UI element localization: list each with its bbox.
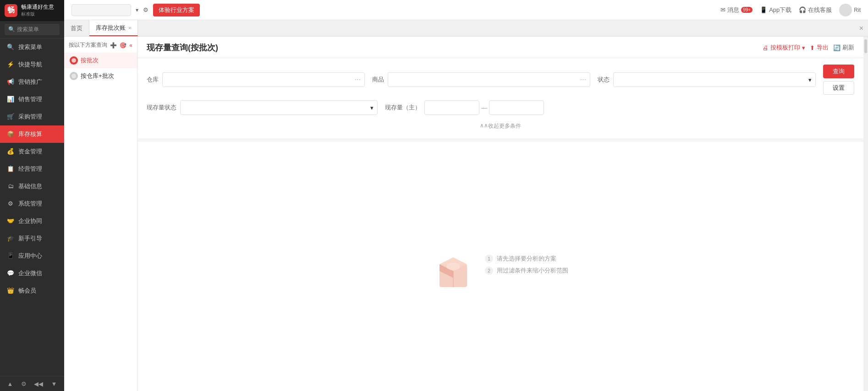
search-nav-icon: 🔍 bbox=[6, 43, 15, 51]
trial-btn[interactable]: 体验行业方案 bbox=[153, 4, 200, 16]
scroll-up-btn[interactable]: ▲ bbox=[6, 380, 14, 387]
sidebar-item-operations[interactable]: 📋 经营管理 bbox=[0, 160, 64, 178]
sidebar-item-label: 企业微信 bbox=[18, 269, 42, 277]
user-area[interactable]: Rit bbox=[839, 4, 861, 16]
sidebar-item-enterprise[interactable]: 🤝 企业协同 bbox=[0, 212, 64, 230]
sidebar-item-shortcut[interactable]: ⚡ 快捷导航 bbox=[0, 56, 64, 73]
online-service-label: 在线客服 bbox=[808, 6, 832, 14]
sidebar-item-apps[interactable]: 📱 应用中心 bbox=[0, 247, 64, 265]
user-avatar bbox=[839, 4, 852, 16]
sidebar-item-label: 营销推广 bbox=[18, 78, 42, 86]
stock-qty-dash: — bbox=[479, 104, 489, 111]
warehouse-dots-btn[interactable]: ··· bbox=[355, 76, 361, 84]
messages-btn[interactable]: ✉ 消息 99+ bbox=[720, 6, 753, 14]
sidebar-search-area[interactable]: 🔍 搜索菜单 bbox=[0, 21, 64, 38]
tab-home[interactable]: 首页 bbox=[64, 20, 89, 36]
refresh-btn[interactable]: 🔄 刷新 bbox=[833, 43, 854, 52]
product-input[interactable]: ··· bbox=[388, 72, 590, 87]
topbar: ▾ ⚙ 体验行业方案 ✉ 消息 99+ 📱 App下载 🎧 在线客服 Rit bbox=[64, 0, 868, 20]
settings-solution-btn[interactable]: 🎯 bbox=[120, 42, 126, 49]
collapse-up-icon: ∧∧ bbox=[480, 122, 488, 130]
sidebar-item-label: 采购管理 bbox=[18, 113, 42, 121]
sidebar-item-finance[interactable]: 💰 资金管理 bbox=[0, 143, 64, 160]
add-solution-btn[interactable]: ➕ bbox=[110, 42, 117, 49]
sidebar-item-purchase[interactable]: 🛒 采购管理 bbox=[0, 108, 64, 125]
data-area: 1 请先选择要分析的方案 2 用过滤条件来缩小分析范围 bbox=[137, 142, 863, 391]
svg-point-1 bbox=[71, 74, 76, 78]
tab-home-label: 首页 bbox=[71, 24, 82, 33]
finance-icon: 💰 bbox=[6, 147, 15, 156]
settings-button[interactable]: 设置 bbox=[823, 81, 854, 95]
app-logo: 畅 bbox=[5, 4, 17, 17]
chevron-down-icon: ▾ bbox=[808, 76, 812, 83]
sidebar-item-label: 销售管理 bbox=[18, 95, 42, 103]
settings-footer-icon[interactable]: ⚙ bbox=[21, 380, 27, 387]
product-dots-btn[interactable]: ··· bbox=[580, 76, 586, 84]
tab-batch-label: 库存批次账 bbox=[96, 24, 126, 32]
collapse-btn[interactable]: ∧∧ 收起更多条件 bbox=[147, 120, 854, 132]
search-label: 搜索菜单 bbox=[17, 26, 39, 33]
status-select[interactable]: ▾ bbox=[613, 72, 816, 87]
app-title-group: 畅康通好生意 标准版 bbox=[21, 4, 54, 17]
topbar-gear-btn[interactable]: ⚙ bbox=[143, 6, 148, 13]
system-icon: ⚙ bbox=[6, 200, 15, 208]
topbar-dropdown-btn[interactable]: ▾ bbox=[136, 7, 138, 13]
stock-qty-max-input[interactable] bbox=[489, 100, 544, 115]
sales-icon: 📊 bbox=[6, 95, 15, 103]
online-service-btn[interactable]: 🎧 在线客服 bbox=[799, 6, 832, 14]
print-dropdown-icon[interactable]: ▾ bbox=[802, 44, 805, 51]
messages-badge: 99+ bbox=[741, 7, 753, 13]
sidebar-item-label: 畅会员 bbox=[18, 287, 36, 295]
tab-batch[interactable]: 库存批次账 × bbox=[89, 20, 138, 36]
sidebar-item-system[interactable]: ⚙ 系统管理 bbox=[0, 195, 64, 212]
sidebar: 畅 畅康通好生意 标准版 🔍 搜索菜单 🔍 搜索菜单 ⚡ 快捷导航 📢 营销推广… bbox=[0, 0, 64, 391]
solution-by-batch[interactable]: 按批次 bbox=[64, 53, 137, 68]
topbar-search-box bbox=[71, 4, 131, 16]
scrollbar-track[interactable] bbox=[864, 39, 867, 53]
collapse-left-panel-btn[interactable]: « bbox=[129, 42, 132, 49]
right-scrollbar[interactable] bbox=[863, 37, 868, 391]
main-area: ▾ ⚙ 体验行业方案 ✉ 消息 99+ 📱 App下载 🎧 在线客服 Rit bbox=[64, 0, 868, 391]
user-name: Rit bbox=[854, 7, 861, 13]
sidebar-item-marketing[interactable]: 📢 营销推广 bbox=[0, 73, 64, 91]
page-title: 现存量查询(按批次) bbox=[147, 42, 218, 53]
sidebar-item-vip[interactable]: 👑 畅会员 bbox=[0, 282, 64, 299]
empty-svg-icon bbox=[433, 246, 474, 292]
sidebar-nav: 🔍 搜索菜单 ⚡ 快捷导航 📢 营销推广 📊 销售管理 🛒 采购管理 📦 库存核… bbox=[0, 38, 64, 376]
export-btn[interactable]: ⬆ 导出 bbox=[810, 43, 829, 52]
hint-item-1: 1 请先选择要分析的方案 bbox=[485, 255, 568, 263]
solution-by-warehouse-batch[interactable]: 按仓库+批次 bbox=[64, 68, 137, 84]
app-download-btn[interactable]: 📱 App下载 bbox=[760, 6, 791, 14]
left-panel-icons: ➕ 🎯 « bbox=[110, 42, 132, 49]
scroll-down-btn[interactable]: ▼ bbox=[50, 380, 58, 387]
sidebar-item-inventory[interactable]: 📦 库存核算 bbox=[0, 125, 64, 143]
hint-item-2: 2 用过滤条件来缩小分析范围 bbox=[485, 266, 568, 275]
filter-row-1: 仓库 ··· 商品 ··· 状态 bbox=[147, 65, 854, 95]
sidebar-item-newbie[interactable]: 🎓 新手引导 bbox=[0, 230, 64, 247]
tabs-bar: 首页 库存批次账 × × bbox=[64, 20, 868, 37]
svg-point-0 bbox=[71, 58, 76, 63]
sidebar-header: 畅 畅康通好生意 标准版 bbox=[0, 0, 64, 21]
chevron-down-icon-2: ▾ bbox=[370, 104, 374, 111]
svg-point-5 bbox=[446, 263, 460, 270]
sidebar-search-input[interactable]: 🔍 搜索菜单 bbox=[5, 24, 60, 35]
print-btn[interactable]: 🖨 按模板打印 ▾ bbox=[763, 43, 805, 52]
product-filter: 商品 ··· bbox=[372, 72, 590, 87]
refresh-icon: 🔄 bbox=[833, 44, 841, 51]
stock-status-select[interactable]: ▾ bbox=[180, 100, 378, 115]
stock-qty-min-input[interactable] bbox=[424, 100, 479, 115]
solution-icon-batch bbox=[70, 56, 78, 65]
sidebar-item-search[interactable]: 🔍 搜索菜单 bbox=[0, 38, 64, 56]
tabs-close-all-btn[interactable]: × bbox=[859, 24, 863, 33]
collapse-sidebar-btn[interactable]: ◀◀ bbox=[34, 380, 43, 387]
query-button[interactable]: 查询 bbox=[823, 65, 854, 78]
sidebar-item-wechat[interactable]: 💬 企业微信 bbox=[0, 265, 64, 282]
tab-close-batch[interactable]: × bbox=[128, 25, 131, 31]
print-icon: 🖨 bbox=[763, 44, 769, 51]
warehouse-input[interactable]: ··· bbox=[162, 72, 365, 87]
sidebar-item-sales[interactable]: 📊 销售管理 bbox=[0, 91, 64, 108]
topbar-right: ✉ 消息 99+ 📱 App下载 🎧 在线客服 Rit bbox=[720, 4, 861, 16]
sidebar-item-base[interactable]: 🗂 基础信息 bbox=[0, 178, 64, 195]
enterprise-icon: 🤝 bbox=[6, 217, 15, 225]
sidebar-item-label: 资金管理 bbox=[18, 147, 42, 156]
